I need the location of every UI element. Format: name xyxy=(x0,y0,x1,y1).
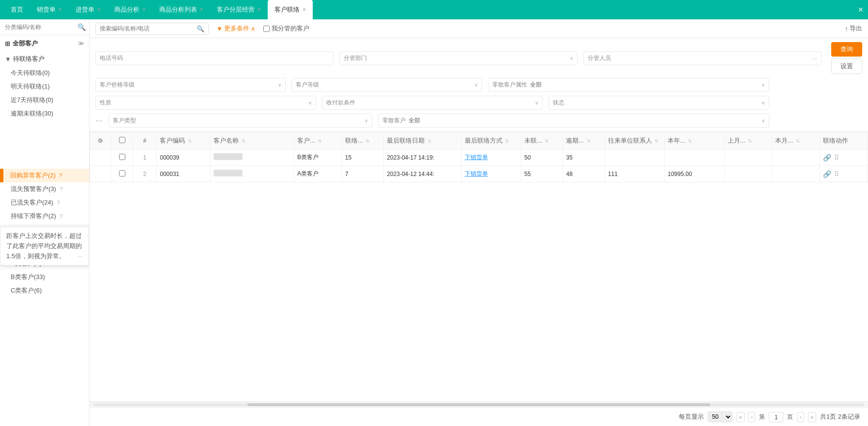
sidebar-item-churned[interactable]: 已流失客户(24) ? xyxy=(0,196,89,209)
sidebar-item-class-b[interactable]: B类客户(33) xyxy=(0,270,89,284)
help-icon-churned[interactable]: ? xyxy=(57,200,60,206)
close-tab-customer-tier[interactable]: × xyxy=(258,6,261,13)
more-filters-icon[interactable]: ··· xyxy=(95,116,103,126)
help-icon-churn-warning[interactable]: ? xyxy=(60,186,62,192)
sidebar-item-7days[interactable]: 近7天待联络(0) xyxy=(0,93,89,107)
sidebar-collapse-icon[interactable]: ≫ xyxy=(78,40,84,47)
row2-more-icon[interactable]: ⠿ xyxy=(834,170,839,178)
col-header-overdue[interactable]: 逾期... ⇅ xyxy=(563,132,605,149)
prev-page-btn[interactable]: ‹ xyxy=(748,412,755,422)
close-tab-product-list[interactable]: × xyxy=(200,6,203,13)
sort-code-icon[interactable]: ⇅ xyxy=(188,138,192,144)
filter-more-btn[interactable]: ▼ 更多条件 ∧ xyxy=(213,22,259,35)
filter-person[interactable]: 分管人员 ··· xyxy=(583,51,822,65)
col-header-thisyear[interactable]: 本年... ⇅ xyxy=(665,132,724,149)
col-header-settings[interactable]: ⚙ xyxy=(90,132,111,149)
help-icon-declining[interactable]: ? xyxy=(60,213,62,219)
tab-customer-contact[interactable]: 客户联络 × xyxy=(268,0,313,19)
row2-overdue: 48 xyxy=(563,166,605,182)
col-header-uncontact[interactable]: 未联... ⇅ xyxy=(521,132,563,149)
row2-thisyear: 10995.00 xyxy=(665,166,724,182)
sort-name-icon[interactable]: ⇅ xyxy=(242,138,245,144)
tab-customer-tier[interactable]: 客户分层经营 × xyxy=(210,0,268,19)
sort-type-icon[interactable]: ⇅ xyxy=(318,138,321,144)
next-page-btn[interactable]: › xyxy=(797,412,804,422)
help-icon-abnormal[interactable]: ? xyxy=(59,173,62,178)
set-button[interactable]: 设置 xyxy=(831,59,862,74)
tab-product-analysis[interactable]: 商品分析 × xyxy=(107,0,152,19)
search-icon[interactable]: 🔍 xyxy=(197,25,204,32)
sidebar-item-abnormal-repurchase[interactable]: 回购异常客户(2) ? xyxy=(0,169,89,182)
horizontal-scrollbar[interactable] xyxy=(90,401,868,407)
row1-more-icon[interactable]: ⠿ xyxy=(834,154,839,162)
sort-lastway-icon[interactable]: ⇅ xyxy=(505,138,509,144)
last-page-btn[interactable]: » xyxy=(808,412,816,422)
sort-unitcontact-icon[interactable]: ⇅ xyxy=(655,138,658,144)
ellipsis-person-icon[interactable]: ··· xyxy=(812,55,817,62)
search-input[interactable] xyxy=(100,25,197,32)
sidebar-search-icon[interactable]: 🔍 xyxy=(77,23,86,31)
total-records-label: 共1页 2条记录 xyxy=(820,412,860,421)
row2-unitcontact: 111 xyxy=(605,166,664,182)
sort-contact-icon[interactable]: ⇅ xyxy=(365,138,369,144)
col-header-type[interactable]: 客户... ⇅ xyxy=(294,132,342,149)
row1-checkbox[interactable] xyxy=(119,154,125,160)
col-header-code[interactable]: 客户编码 ⇅ xyxy=(157,132,211,149)
scrollbar-thumb[interactable] xyxy=(247,403,710,406)
sort-uncontact-icon[interactable]: ⇅ xyxy=(545,138,548,144)
col-header-unitcontact[interactable]: 往来单位联系人 ⇅ xyxy=(605,132,664,149)
tab-sales[interactable]: 销货单 × xyxy=(30,0,69,19)
col-header-lastdate[interactable]: 最后联络日期 ⇅ xyxy=(384,132,461,149)
my-customer-checkbox[interactable] xyxy=(263,26,270,32)
per-page-select[interactable]: 20 50 100 xyxy=(708,411,732,422)
filter-nature[interactable]: 性质 ∨ xyxy=(95,96,316,110)
sort-lastmonth-icon[interactable]: ⇅ xyxy=(748,138,752,144)
row2-link-icon[interactable]: 🔗 xyxy=(823,170,831,178)
col-header-thismonth[interactable]: 本月... ⇅ xyxy=(772,132,820,149)
export-btn[interactable]: ↑ 导出 xyxy=(845,24,863,33)
query-button[interactable]: 查询 xyxy=(831,42,862,57)
col-header-name[interactable]: 客户名称 ⇅ xyxy=(211,132,294,149)
sidebar-item-tomorrow[interactable]: 明天待联络(1) xyxy=(0,80,89,93)
sort-overdue-icon[interactable]: ⇅ xyxy=(587,138,591,144)
sidebar-item-today[interactable]: 今天待联络(0) xyxy=(0,66,89,80)
sort-thisyear-icon[interactable]: ⇅ xyxy=(688,138,692,144)
close-all-tabs[interactable]: × xyxy=(858,5,863,15)
filter-customer-type[interactable]: 客户类型 ∨ xyxy=(108,114,372,128)
pagination-bar: 每页显示 20 50 100 « ‹ 第 1 页 › » 共1页 2条记录 xyxy=(90,407,868,426)
col-header-contact[interactable]: 联络... ⇅ xyxy=(342,132,383,149)
row2-checkbox[interactable] xyxy=(119,170,125,176)
sidebar-item-class-c[interactable]: C类客户(6) xyxy=(0,284,89,297)
tab-home[interactable]: 首页 xyxy=(4,0,30,19)
close-tab-purchase[interactable]: × xyxy=(97,6,101,13)
close-tab-product-analysis[interactable]: × xyxy=(142,6,146,13)
row2-lastway[interactable]: 下销货单 xyxy=(461,166,521,182)
col-header-lastmonth[interactable]: 上月... ⇅ xyxy=(724,132,772,149)
row1-lastway[interactable]: 下销货单 xyxy=(461,149,521,166)
filter-retail-attr[interactable]: 零散客户属性 全部 ∨ xyxy=(488,78,769,92)
sidebar-item-overdue[interactable]: 逾期未联络(30) xyxy=(0,107,89,120)
select-all-checkbox[interactable] xyxy=(119,137,125,143)
sort-thismonth-icon[interactable]: ⇅ xyxy=(796,138,800,144)
filter-price-grade[interactable]: 客户价格等级 ∨ xyxy=(95,78,286,92)
sidebar-search-input[interactable] xyxy=(5,24,77,30)
tooltip-more-icon[interactable]: ··· xyxy=(77,251,83,262)
col-header-lastway[interactable]: 最后联络方式 ⇅ xyxy=(461,132,521,149)
sidebar-item-churn-warning[interactable]: 流失预警客户(3) ? xyxy=(0,182,89,196)
row1-link-icon[interactable]: 🔗 xyxy=(823,154,831,162)
filter-status[interactable]: 状态 ∨ xyxy=(548,96,769,110)
tab-purchase[interactable]: 进货单 × xyxy=(69,0,107,19)
close-tab-customer-contact[interactable]: × xyxy=(303,6,306,13)
sidebar-item-declining[interactable]: 持续下滑客户(2) ? xyxy=(0,209,89,223)
filter-customer-grade[interactable]: 客户等级 ∨ xyxy=(291,78,482,92)
filter-retail-customer[interactable]: 零散客户 全部 ∨ xyxy=(378,114,769,128)
filter-phone[interactable]: 电话号码 xyxy=(95,51,334,65)
filter-dept[interactable]: 分管部门 ∨ xyxy=(339,51,578,65)
first-page-btn[interactable]: « xyxy=(736,412,745,422)
sidebar-group-pending[interactable]: ▼ 待联络客户 xyxy=(0,52,89,66)
filter-payment[interactable]: 收付款条件 ∨ xyxy=(322,96,543,110)
tab-product-list[interactable]: 商品分析列表 × xyxy=(152,0,210,19)
close-tab-sales[interactable]: × xyxy=(59,6,62,13)
sort-lastdate-icon[interactable]: ⇅ xyxy=(427,138,431,144)
my-customer-checkbox-container[interactable]: 我分管的客户 xyxy=(263,24,309,33)
